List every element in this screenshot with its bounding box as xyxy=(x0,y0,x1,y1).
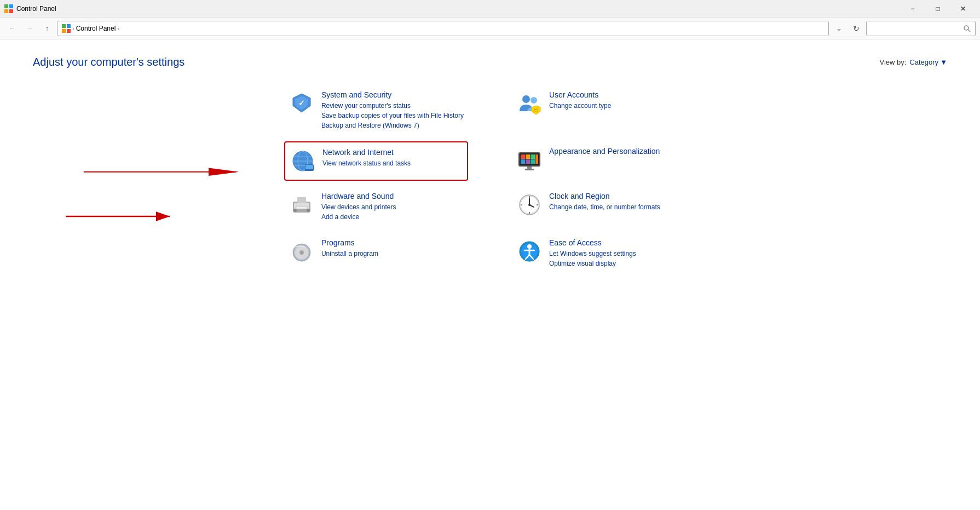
hardware-sound-icon xyxy=(289,192,315,218)
address-box[interactable]: › Control Panel › xyxy=(57,21,829,36)
page-title: Adjust your computer's settings xyxy=(33,56,185,68)
category-hardware-sound[interactable]: Hardware and Sound View devices and prin… xyxy=(284,186,468,227)
clock-region-link-1[interactable]: Change date, time, or number formats xyxy=(549,202,691,212)
title-bar-controls: − □ ✕ xyxy=(900,0,976,18)
view-by-label: View by: xyxy=(879,58,906,66)
svg-line-9 xyxy=(968,30,970,32)
address-bar: ← → ↑ › Control Panel › ⌄ ↻ xyxy=(0,18,980,39)
view-by-dropdown[interactable]: Category ▼ xyxy=(909,58,947,66)
svg-rect-35 xyxy=(535,154,538,164)
clock-region-name[interactable]: Clock and Region xyxy=(549,192,691,200)
ease-of-access-name[interactable]: Ease of Access xyxy=(549,238,691,247)
category-appearance[interactable]: Appearance and Personalization xyxy=(512,141,696,181)
network-internet-name[interactable]: Network and Internet xyxy=(322,148,463,157)
user-accounts-link-1[interactable]: Change account type xyxy=(549,101,691,111)
svg-rect-34 xyxy=(531,159,535,164)
close-button[interactable]: ✕ xyxy=(950,0,976,18)
svg-point-42 xyxy=(307,209,310,212)
page-header: Adjust your computer's settings View by:… xyxy=(33,56,947,68)
system-security-icon: ✓ xyxy=(289,90,315,117)
programs-name[interactable]: Programs xyxy=(321,238,464,247)
title-bar-left: Control Panel xyxy=(4,4,56,13)
svg-rect-5 xyxy=(67,24,71,28)
main-content: Adjust your computer's settings View by:… xyxy=(0,39,980,510)
svg-rect-25 xyxy=(305,165,313,169)
user-accounts-text: User Accounts Change account type xyxy=(549,90,691,111)
svg-point-52 xyxy=(528,204,531,206)
svg-rect-26 xyxy=(308,170,311,171)
breadcrumb-icon xyxy=(62,24,71,33)
categories-wrapper: ✓ System and Security Review your comput… xyxy=(33,85,947,274)
title-bar-title: Control Panel xyxy=(16,5,56,13)
search-box[interactable] xyxy=(866,21,976,36)
arrow-annotation xyxy=(60,200,181,233)
hardware-sound-link-1[interactable]: View devices and printers xyxy=(321,202,464,212)
svg-rect-40 xyxy=(297,197,306,203)
system-security-link-1[interactable]: Review your computer's status xyxy=(321,101,464,111)
svg-rect-1 xyxy=(9,4,13,8)
category-user-accounts[interactable]: 🛡 User Accounts Change account type xyxy=(512,85,696,136)
ease-of-access-text: Ease of Access Let Windows suggest setti… xyxy=(549,238,691,268)
ease-of-access-icon xyxy=(516,238,543,265)
svg-rect-6 xyxy=(62,29,66,33)
svg-rect-31 xyxy=(531,154,535,159)
svg-point-57 xyxy=(301,251,303,254)
network-internet-text: Network and Internet View network status… xyxy=(322,148,463,168)
system-security-name[interactable]: System and Security xyxy=(321,90,464,99)
system-security-text: System and Security Review your computer… xyxy=(321,90,464,130)
svg-point-16 xyxy=(531,97,537,104)
svg-point-15 xyxy=(522,95,530,103)
ease-of-access-link-2[interactable]: Optimize visual display xyxy=(549,259,691,268)
svg-rect-29 xyxy=(521,154,525,159)
dropdown-button[interactable]: ⌄ xyxy=(831,21,846,36)
system-security-link-3[interactable]: Backup and Restore (Windows 7) xyxy=(321,121,464,130)
forward-button[interactable]: → xyxy=(22,21,37,36)
svg-rect-0 xyxy=(4,4,8,8)
system-security-link-2[interactable]: Save backup copies of your files with Fi… xyxy=(321,111,464,121)
user-accounts-icon: 🛡 xyxy=(516,90,543,117)
svg-text:🛡: 🛡 xyxy=(534,108,539,113)
user-accounts-name[interactable]: User Accounts xyxy=(549,90,691,99)
svg-point-43 xyxy=(293,209,297,212)
refresh-button[interactable]: ↻ xyxy=(849,21,864,36)
category-clock-region[interactable]: Clock and Region Change date, time, or n… xyxy=(512,186,696,227)
svg-rect-3 xyxy=(9,9,13,13)
category-network-internet[interactable]: Network and Internet View network status… xyxy=(284,141,468,181)
control-panel-icon xyxy=(4,4,13,13)
title-bar: Control Panel − □ ✕ xyxy=(0,0,980,18)
appearance-name[interactable]: Appearance and Personalization xyxy=(549,147,691,156)
programs-icon xyxy=(289,238,315,265)
network-internet-icon xyxy=(290,148,316,174)
search-input[interactable] xyxy=(871,25,961,32)
svg-rect-37 xyxy=(525,169,534,170)
ease-of-access-link-1[interactable]: Let Windows suggest settings xyxy=(549,249,691,259)
hardware-sound-text: Hardware and Sound View devices and prin… xyxy=(321,192,464,222)
category-programs[interactable]: Programs Uninstall a program xyxy=(284,233,468,274)
clock-region-icon xyxy=(516,192,543,218)
svg-rect-7 xyxy=(67,29,71,33)
clock-region-text: Clock and Region Change date, time, or n… xyxy=(549,192,691,212)
hardware-sound-link-2[interactable]: Add a device xyxy=(321,212,464,222)
svg-rect-4 xyxy=(62,24,66,28)
svg-rect-36 xyxy=(527,167,532,169)
minimize-button[interactable]: − xyxy=(900,0,925,18)
svg-rect-30 xyxy=(526,154,530,159)
maximize-button[interactable]: □ xyxy=(925,0,950,18)
svg-rect-2 xyxy=(4,9,8,13)
category-system-security[interactable]: ✓ System and Security Review your comput… xyxy=(284,85,468,136)
view-by: View by: Category ▼ xyxy=(879,58,947,66)
svg-rect-32 xyxy=(521,159,525,164)
network-internet-link-1[interactable]: View network status and tasks xyxy=(322,158,463,168)
programs-link-1[interactable]: Uninstall a program xyxy=(321,249,464,259)
appearance-icon xyxy=(516,147,543,173)
chevron-down-icon: ▼ xyxy=(940,58,947,66)
programs-text: Programs Uninstall a program xyxy=(321,238,464,259)
category-ease-of-access[interactable]: Ease of Access Let Windows suggest setti… xyxy=(512,233,696,274)
breadcrumb-control-panel: Control Panel xyxy=(76,25,116,32)
hardware-sound-name[interactable]: Hardware and Sound xyxy=(321,192,464,200)
up-button[interactable]: ↑ xyxy=(39,21,55,36)
svg-text:✓: ✓ xyxy=(298,99,305,107)
categories-grid: ✓ System and Security Review your comput… xyxy=(284,85,696,274)
back-button[interactable]: ← xyxy=(4,21,20,36)
svg-rect-41 xyxy=(296,207,307,209)
